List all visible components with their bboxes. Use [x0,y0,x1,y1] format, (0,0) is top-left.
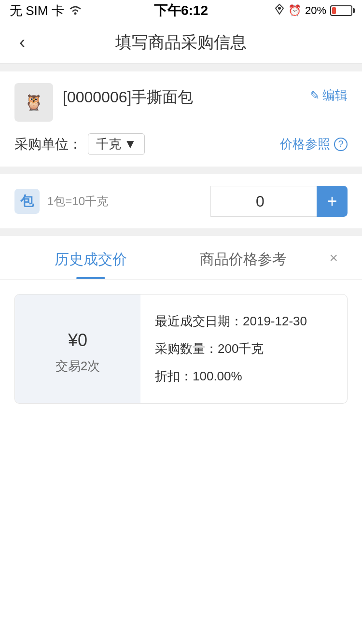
edit-label: 编辑 [322,87,348,104]
product-logo: 🦉 [14,83,53,122]
unit-conversion: 1包=10千克 [47,194,108,209]
price-ref-label: 价格参照 [280,136,330,153]
unit-box: 包 [14,189,40,214]
product-name: [0000006]手撕面包 [63,87,193,108]
nav-bar: ‹ 填写商品采购信息 [0,21,362,64]
product-card: 🦉 [0000006]手撕面包 ✎ 编辑 采购单位： 千克 ▼ 价格参照 ? [0,71,362,167]
tab-product-price-label: 商品价格参考 [200,251,287,267]
tab-history-label: 历史成交价 [55,251,127,267]
section-divider [0,167,362,174]
discount-label: 折扣： [155,369,193,383]
svg-point-0 [74,12,76,14]
logo-owl-icon: 🦉 [24,93,43,112]
tab-history-price[interactable]: 历史成交价 [14,236,167,279]
product-meta: 采购单位： 千克 ▼ 价格参照 ? [14,133,348,155]
recent-date-value: 2019-12-30 [243,314,307,328]
recent-date-label: 最近成交日期： [155,314,243,328]
transaction-count: 交易2次 [56,358,100,375]
currency-symbol: ¥ [68,330,78,350]
back-button[interactable]: ‹ [14,28,30,57]
transaction-price: ¥0 [68,323,87,352]
discount-row: 折扣：100.00% [155,367,333,386]
transaction-card: ¥0 交易2次 最近成交日期：2019-12-30 采购数量：200千克 折扣：… [14,294,348,404]
carrier-text: 无 SIM 卡 [10,2,64,19]
svg-point-1 [278,7,281,10]
location-icon [275,3,284,18]
product-info: 🦉 [0000006]手撕面包 [14,83,310,122]
recent-date-row: 最近成交日期：2019-12-30 [155,312,333,331]
price-value: 0 [78,330,87,350]
tab-product-price-ref[interactable]: 商品价格参考 [167,236,320,279]
page-title: 填写商品采购信息 [115,31,247,54]
battery-icon [330,5,352,16]
dropdown-arrow-icon: ▼ [124,137,137,152]
quantity-row: 包 1包=10千克 + [0,174,362,228]
unit-label: 包 1包=10千克 [14,189,201,214]
tabs-row: 历史成交价 商品价格参考 × [0,236,362,280]
alarm-icon: ⏰ [288,4,301,17]
transaction-area: ¥0 交易2次 最近成交日期：2019-12-30 采购数量：200千克 折扣：… [0,280,362,418]
purchase-qty-row: 采购数量：200千克 [155,339,333,358]
status-left: 无 SIM 卡 [10,2,83,19]
status-right: ⏰ 20% [275,3,352,18]
quantity-input[interactable] [210,186,317,217]
status-time: 下午6:12 [154,1,208,20]
transaction-price-panel: ¥0 交易2次 [15,294,140,403]
quantity-plus-button[interactable]: + [317,186,348,217]
modal-panel: 历史成交价 商品价格参考 × ¥0 交易2次 最近成交日期：2019-12-30… [0,236,362,418]
purchase-qty-label: 采购数量： [155,341,218,356]
status-bar: 无 SIM 卡 下午6:12 ⏰ 20% [0,0,362,21]
transaction-details: 最近成交日期：2019-12-30 采购数量：200千克 折扣：100.00% [140,294,347,403]
unit-value: 千克 [96,136,121,153]
discount-value: 100.00% [193,369,242,383]
wifi-icon [68,3,83,18]
unit-select-dropdown[interactable]: 千克 ▼ [88,133,145,155]
purchase-unit: 采购单位： 千克 ▼ [14,133,145,155]
battery-percent: 20% [305,4,326,17]
edit-icon: ✎ [310,89,320,102]
close-button[interactable]: × [320,240,348,276]
purchase-unit-label: 采购单位： [14,135,82,154]
purchase-qty-value: 200千克 [218,341,264,356]
help-icon: ? [334,138,348,151]
bottom-area [0,418,362,644]
price-reference-button[interactable]: 价格参照 ? [280,136,348,153]
quantity-control: + [210,186,348,217]
edit-button[interactable]: ✎ 编辑 [310,87,348,104]
